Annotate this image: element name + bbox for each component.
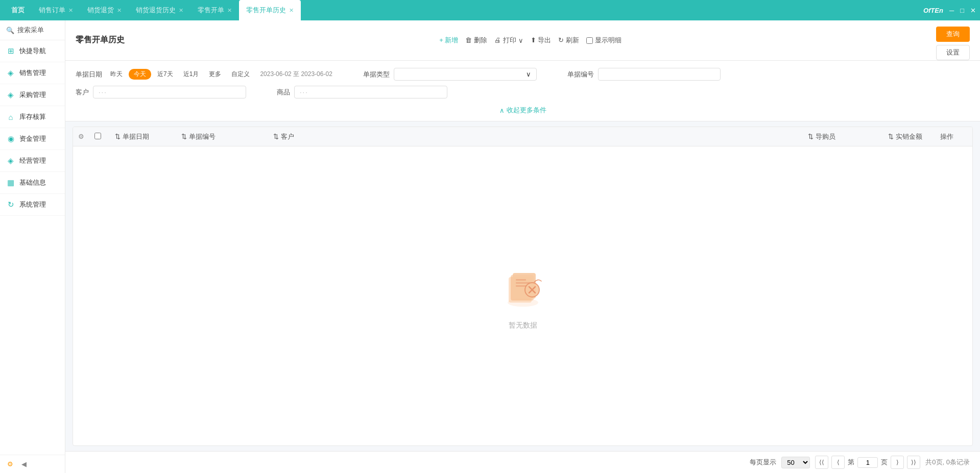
date-filter: 单据日期 昨天 今天 近7天 近1月 更多 自定义 2023-06-02 至 2… <box>76 69 332 80</box>
doc-number-filter: 单据编号 <box>567 68 721 81</box>
collapse-label: 收起更多条件 <box>507 106 546 115</box>
tab-retail-open-history[interactable]: 零售开单历史 ✕ <box>239 0 301 20</box>
ops-mgmt-icon: ◈ <box>6 156 15 165</box>
purchase-mgmt-icon: ◈ <box>6 90 15 99</box>
th-guide-sort: ⇅ <box>808 133 814 140</box>
date-today[interactable]: 今天 <box>129 69 151 80</box>
window-controls: OfTEn ─ □ ✕ <box>923 7 976 14</box>
filter-area: 单据日期 昨天 今天 近7天 近1月 更多 自定义 2023-06-02 至 2… <box>65 61 980 121</box>
show-detail-checkbox[interactable]: 显示明细 <box>586 36 622 45</box>
th-customer[interactable]: ⇅ 客户 <box>269 132 804 141</box>
refresh-button[interactable]: ↻ 刷新 <box>558 36 579 45</box>
prev-page-btn[interactable]: ⟨ <box>831 456 845 469</box>
page-total: 共0页, 0条记录 <box>925 458 970 467</box>
th-number-sort: ⇅ <box>181 133 187 140</box>
page-nav: ⟨⟨ ⟨ 第 页 ⟩ ⟩⟩ <box>815 456 920 469</box>
tab-home[interactable]: 首页 <box>4 0 32 20</box>
th-number[interactable]: ⇅ 单据编号 <box>177 132 269 141</box>
doc-type-arrow: ∨ <box>526 70 531 78</box>
sys-mgmt-icon: ↻ <box>6 200 15 209</box>
search-icon: 🔍 <box>6 27 14 34</box>
doc-number-input[interactable] <box>598 68 721 81</box>
settings-button[interactable]: 设置 <box>936 45 970 60</box>
toolbar: + 新增 🗑 删除 🖨 打印 ∨ ⬆ 导出 ↻ 刷新 显示明细 <box>439 36 622 50</box>
date-range-display: 2023-06-02 至 2023-06-02 <box>260 70 332 79</box>
tab-sales-return[interactable]: 销货退货 ✕ <box>80 0 129 20</box>
logo-text: OfTEn <box>923 7 943 14</box>
th-amount-sort: ⇅ <box>888 133 894 140</box>
th-guide[interactable]: ⇅ 导购员 <box>804 132 865 141</box>
sidebar-search[interactable]: 🔍 搜索采单 <box>0 20 65 40</box>
tab-bar: 首页 销售订单 ✕ 销货退货 ✕ 销货退货历史 ✕ 零售开单 ✕ 零售开单历史 … <box>0 0 980 20</box>
print-button[interactable]: 🖨 打印 ∨ <box>494 36 523 45</box>
last-page-btn[interactable]: ⟩⟩ <box>907 456 920 469</box>
tab-close-sales-return[interactable]: ✕ <box>117 7 122 14</box>
date-label: 单据日期 <box>76 70 102 79</box>
th-amount[interactable]: ⇅ 实销金额 <box>865 132 926 141</box>
tab-sales-return-history[interactable]: 销货退货历史 ✕ <box>129 0 190 20</box>
inventory-icon: ⌂ <box>6 113 15 121</box>
next-page-btn[interactable]: ⟩ <box>891 456 904 469</box>
window-close[interactable]: ✕ <box>970 7 976 14</box>
select-all-checkbox[interactable] <box>94 133 101 139</box>
page-input[interactable] <box>857 457 878 468</box>
sidebar-item-finance[interactable]: ◉ 资金管理 <box>0 128 65 150</box>
sidebar-bottom: ⚙ ◀ <box>0 455 65 473</box>
doc-type-filter: 单据类型 ∨ <box>363 68 537 81</box>
tab-retail-open[interactable]: 零售开单 ✕ <box>190 0 239 20</box>
action-buttons: 查询 设置 <box>936 26 970 60</box>
pagination-bar: 每页显示 50 20 100 200 ⟨⟨ ⟨ 第 页 ⟩ ⟩⟩ 共0页, 0条… <box>65 451 980 473</box>
customer-filter: 客户 ··· <box>76 86 246 98</box>
empty-text: 暂无数据 <box>509 321 537 330</box>
empty-illustration <box>497 262 548 313</box>
sales-mgmt-icon: ◈ <box>6 68 15 78</box>
main-layout: 🔍 搜索采单 ⊞ 快捷导航 ◈ 销售管理 ◈ 采购管理 ⌂ 库存核算 ◉ 资金管… <box>0 20 980 473</box>
date-more[interactable]: 更多 <box>205 69 225 80</box>
doc-type-label: 单据类型 <box>363 70 390 79</box>
sidebar-settings-icon[interactable]: ⚙ <box>7 460 13 468</box>
show-detail-input[interactable] <box>586 37 593 44</box>
th-date-sort: ⇅ <box>115 133 121 140</box>
window-min[interactable]: ─ <box>949 7 954 14</box>
th-checkbox[interactable] <box>94 133 111 141</box>
tab-sales-order[interactable]: 销售订单 ✕ <box>32 0 80 20</box>
date-custom[interactable]: 自定义 <box>227 69 254 80</box>
customer-select[interactable]: ··· <box>93 86 246 98</box>
sidebar-collapse-icon[interactable]: ◀ <box>21 460 27 468</box>
page-title: 零售开单历史 <box>76 35 125 52</box>
tab-close-sales-order[interactable]: ✕ <box>68 7 73 14</box>
date-yesterday[interactable]: 昨天 <box>106 69 127 80</box>
table-header: ⚙ ⇅ 单据日期 ⇅ 单据编号 ⇅ 客户 ⇅ 导购员 <box>73 127 972 146</box>
content-area: 零售开单历史 + 新增 🗑 删除 🖨 打印 ∨ ⬆ 导出 ↻ 刷新 显示明细 查… <box>65 20 980 473</box>
date-1month[interactable]: 近1月 <box>179 69 203 80</box>
sidebar-item-quick-nav[interactable]: ⊞ 快捷导航 <box>0 40 65 62</box>
page-header: 零售开单历史 + 新增 🗑 删除 🖨 打印 ∨ ⬆ 导出 ↻ 刷新 显示明细 查… <box>65 20 980 61</box>
sidebar-item-sales-mgmt[interactable]: ◈ 销售管理 <box>0 62 65 84</box>
sidebar-item-ops-mgmt[interactable]: ◈ 经营管理 <box>0 150 65 172</box>
finance-icon: ◉ <box>6 134 15 143</box>
add-button[interactable]: + 新增 <box>439 36 458 45</box>
th-settings[interactable]: ⚙ <box>78 133 94 140</box>
page-label: 第 <box>848 458 854 467</box>
window-max[interactable]: □ <box>960 7 964 14</box>
date-7days[interactable]: 近7天 <box>153 69 177 80</box>
query-button[interactable]: 查询 <box>936 27 970 42</box>
sidebar-item-base-info[interactable]: ▦ 基础信息 <box>0 172 65 194</box>
first-page-btn[interactable]: ⟨⟨ <box>815 456 828 469</box>
tab-close-sales-return-history[interactable]: ✕ <box>179 7 183 14</box>
product-select[interactable]: ··· <box>294 86 447 98</box>
page-size-select[interactable]: 50 20 100 200 <box>781 457 810 468</box>
sidebar-item-inventory[interactable]: ⌂ 库存核算 <box>0 106 65 128</box>
th-customer-sort: ⇅ <box>273 133 279 140</box>
quick-nav-icon: ⊞ <box>6 46 15 56</box>
tab-close-retail-open[interactable]: ✕ <box>227 7 232 14</box>
th-date[interactable]: ⇅ 单据日期 <box>111 132 177 141</box>
sidebar-item-sys-mgmt[interactable]: ↻ 系统管理 <box>0 194 65 216</box>
delete-button[interactable]: 🗑 删除 <box>465 36 487 45</box>
print-arrow[interactable]: ∨ <box>518 37 523 44</box>
tab-close-retail-open-history[interactable]: ✕ <box>289 7 294 14</box>
collapse-bar[interactable]: ∧ 收起更多条件 <box>76 104 970 117</box>
doc-type-select[interactable]: ∨ <box>394 68 537 81</box>
export-button[interactable]: ⬆ 导出 <box>531 36 552 45</box>
sidebar-item-purchase-mgmt[interactable]: ◈ 采购管理 <box>0 84 65 106</box>
